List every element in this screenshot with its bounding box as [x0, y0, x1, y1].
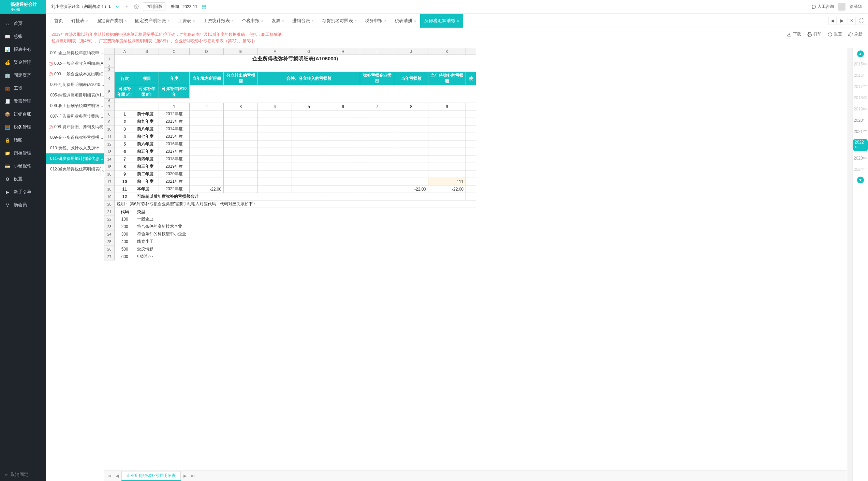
close-icon[interactable]: ×: [261, 18, 263, 23]
row-header[interactable]: 14: [104, 155, 115, 163]
list-item-2[interactable]: ?003-一般企业成本支出明细…: [46, 69, 104, 79]
close-icon[interactable]: ×: [384, 18, 386, 23]
year-7[interactable]: 2022年: [853, 139, 868, 151]
tab-next-icon[interactable]: ▶: [838, 17, 846, 25]
sheet-first-icon[interactable]: ⏮: [106, 474, 113, 478]
row-header[interactable]: 1: [104, 55, 115, 63]
username[interactable]: 徐泽华: [850, 4, 862, 10]
col-header[interactable]: G: [292, 48, 326, 55]
close-icon[interactable]: ×: [354, 18, 357, 23]
list-item-9[interactable]: 010-免税、减计收入及加计…: [46, 143, 104, 153]
row-header[interactable]: 21: [104, 208, 115, 215]
sidebar-item-12[interactable]: ⚙设置: [0, 172, 46, 185]
tab-3[interactable]: 固定资产明细账×: [131, 14, 174, 28]
sheet-next-icon[interactable]: ▶: [182, 474, 188, 478]
reset-button[interactable]: 重置: [828, 31, 842, 37]
year-8[interactable]: 2023年: [854, 154, 867, 163]
row-header[interactable]: 4: [104, 72, 115, 85]
download-button[interactable]: 下载: [787, 31, 801, 37]
help-link[interactable]: 人工咨询: [811, 4, 834, 10]
refresh-button[interactable]: 刷新: [848, 31, 863, 37]
gear-icon[interactable]: [133, 4, 139, 10]
close-icon[interactable]: ×: [193, 18, 195, 23]
row-header[interactable]: 18: [104, 185, 115, 193]
close-icon[interactable]: ×: [311, 18, 314, 23]
row-header[interactable]: 24: [104, 230, 115, 238]
row-header[interactable]: 22: [104, 215, 115, 223]
sidebar-item-2[interactable]: 📊报表中心: [0, 43, 46, 56]
col-header[interactable]: H: [326, 48, 360, 55]
tab-1[interactable]: 钉扯表×: [67, 14, 92, 28]
sidebar-item-13[interactable]: ▶新手引导: [0, 185, 46, 198]
col-header[interactable]: K: [428, 48, 466, 55]
avatar[interactable]: [838, 3, 845, 11]
sidebar-item-7[interactable]: 📦进销台账: [0, 108, 46, 121]
tab-12[interactable]: 所得税汇算清缴×: [420, 14, 463, 28]
row-header[interactable]: 17: [104, 178, 115, 185]
sidebar-item-8[interactable]: 🧮税务管理: [0, 121, 46, 134]
sidebar-item-14[interactable]: V畅会员: [0, 198, 46, 211]
col-header[interactable]: J: [394, 48, 428, 55]
tab-9[interactable]: 存货别名对照表×: [318, 14, 361, 28]
print-button[interactable]: 打印: [807, 31, 822, 37]
sheet-menu-icon[interactable]: ⋮: [836, 474, 847, 478]
row-header[interactable]: 11: [104, 133, 115, 140]
list-item-10[interactable]: 011-研发费用加计扣除优惠…: [46, 153, 104, 164]
col-header[interactable]: B: [135, 48, 159, 55]
col-header[interactable]: A: [115, 48, 135, 55]
tab-close-icon[interactable]: ✕: [848, 17, 856, 25]
sidebar-unpin[interactable]: ⇤取消固定: [0, 468, 46, 481]
add-icon[interactable]: [124, 4, 130, 10]
row-header[interactable]: 23: [104, 223, 115, 230]
close-icon[interactable]: ×: [124, 18, 127, 23]
vertical-scrollbar[interactable]: [847, 48, 852, 481]
row-header[interactable]: 20: [104, 200, 115, 208]
spreadsheet[interactable]: ABCDEFGHIJK1企业所得税弥补亏损明细表(A106000)234行次项目…: [104, 48, 847, 470]
list-item-1[interactable]: ?002-一般企业收入明细表(A1…: [46, 58, 104, 69]
row-header[interactable]: 13: [104, 148, 115, 155]
col-header[interactable]: E: [224, 48, 258, 55]
tab-0[interactable]: 首页: [50, 14, 67, 28]
sidebar-item-10[interactable]: 📁归档管理: [0, 147, 46, 160]
row-header[interactable]: 9: [104, 118, 115, 125]
tab-prev-icon[interactable]: ◀: [828, 17, 837, 25]
row-header[interactable]: 8: [104, 110, 115, 118]
year-6[interactable]: 2021年: [854, 127, 867, 136]
account-name[interactable]: 刘小艳演示账套（勿删勿动！）1: [51, 4, 111, 10]
sidebar-item-3[interactable]: 💰资金管理: [0, 56, 46, 69]
row-header[interactable]: 10: [104, 125, 115, 133]
collapse-handle[interactable]: «: [101, 164, 105, 177]
close-icon[interactable]: ×: [457, 18, 459, 23]
sidebar-item-1[interactable]: 📖总账: [0, 30, 46, 43]
year-down-icon[interactable]: ▼: [857, 177, 864, 183]
sheet-tab[interactable]: 企业所得税弥补亏损明细表: [121, 471, 181, 481]
sidebar-item-11[interactable]: 💳小畅报销: [0, 160, 46, 172]
list-item-4[interactable]: 005-纳税调整项目明细表(A1…: [46, 90, 104, 101]
account-dropdown-icon[interactable]: [114, 4, 120, 10]
sidebar-item-4[interactable]: 🏢固定资产: [0, 69, 46, 82]
row-header[interactable]: 27: [104, 253, 115, 260]
tab-6[interactable]: 个税申报×: [238, 14, 267, 28]
row-header[interactable]: 25: [104, 238, 115, 245]
list-item-6[interactable]: 007-广告费和业务宣传费跨…: [46, 111, 104, 122]
close-icon[interactable]: ×: [86, 18, 88, 23]
list-item-3[interactable]: 004-期间费用明细表(A1040…: [46, 79, 104, 90]
tab-4[interactable]: 工资表×: [174, 14, 199, 28]
row-header[interactable]: 19: [104, 193, 115, 200]
row-header[interactable]: 12: [104, 140, 115, 148]
close-icon[interactable]: ×: [231, 18, 234, 23]
period-value[interactable]: 2023-11: [182, 4, 197, 9]
calendar-icon[interactable]: [201, 4, 207, 10]
fullscreen-icon[interactable]: ⛶: [857, 17, 865, 25]
list-item-0[interactable]: 001-企业所得税年度纳税申…: [46, 48, 104, 58]
row-header[interactable]: 7: [104, 103, 115, 110]
list-item-11[interactable]: 012-减免所得税优惠明细表(…: [46, 164, 104, 175]
sidebar-item-6[interactable]: 🧾发票管理: [0, 95, 46, 108]
close-icon[interactable]: ×: [282, 18, 284, 23]
col-header[interactable]: C: [159, 48, 190, 55]
tab-5[interactable]: 工资统计报表×: [199, 14, 238, 28]
tab-10[interactable]: 税务申报×: [361, 14, 391, 28]
row-header[interactable]: 26: [104, 245, 115, 253]
year-5[interactable]: 2020年: [854, 116, 867, 125]
sheet-last-icon[interactable]: ⏭: [189, 474, 196, 478]
